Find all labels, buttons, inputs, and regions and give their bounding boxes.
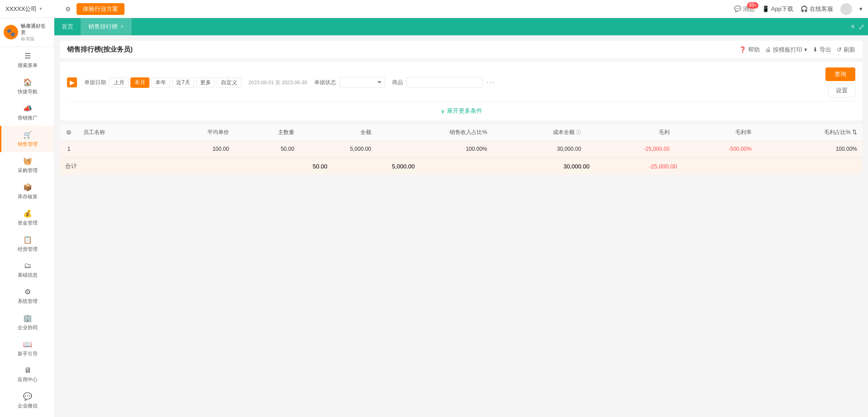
date-label: 单据日期 xyxy=(84,79,106,86)
sidebar-item-quick-nav[interactable]: 🏠 快捷导航 xyxy=(0,73,54,100)
date-current-month-button[interactable]: 本月 xyxy=(130,77,149,88)
sidebar-item-app-center[interactable]: 🖥 应用中心 xyxy=(0,362,54,388)
date-custom-button[interactable]: 自定义 xyxy=(217,77,241,88)
footer-cells: 50.00 5,000.00 30,000.00 -25,000.00 xyxy=(92,163,857,170)
company-selector[interactable]: XXXXX公司 ▾ xyxy=(5,5,60,13)
sidebar-item-member[interactable]: 🏅 畅会员 xyxy=(0,414,54,417)
help-icon: ❓ xyxy=(739,46,746,53)
sidebar-item-wechat[interactable]: 💬 企业微信 xyxy=(0,388,54,414)
wechat-icon: 💬 xyxy=(23,392,32,401)
goods-more-button[interactable]: ··· xyxy=(486,78,495,86)
message-button[interactable]: 💬 消息 99+ xyxy=(734,5,755,13)
chevron-down-icon: ∨ xyxy=(441,108,445,115)
td-gross-rate: -500.00% xyxy=(675,141,757,157)
footer-spacer xyxy=(92,163,169,170)
sidebar-item-label: 基础信息 xyxy=(18,272,38,278)
th-qty: 主数量 xyxy=(235,124,300,141)
tab-home-label: 首页 xyxy=(62,23,73,31)
expand-more-row: ∨ 展开更多条件 xyxy=(67,101,855,115)
print-icon: 🖨 xyxy=(765,46,771,53)
goods-label: 商品 xyxy=(392,79,403,86)
sidebar-item-label: 新手引导 xyxy=(18,350,38,357)
settings-button[interactable]: 设置 xyxy=(828,84,855,97)
date-current-year-button[interactable]: 本年 xyxy=(151,77,170,88)
page-actions: ❓ 帮助 🖨 按模板打印 ▾ ⬇ 导出 ↺ 刷新 xyxy=(739,46,855,54)
td-gross: -25,000.00 xyxy=(586,141,675,157)
footer-amount: 5,000.00 xyxy=(333,163,420,170)
goods-filter: 商品 ··· xyxy=(392,77,495,88)
data-table: ⚙ 员工名称 平均单价 主数量 全额 销售收入占比% 成本全额 ⓘ 毛利 毛利率 xyxy=(60,124,863,157)
date-filter: 单据日期 上月 本月 本年 近7天 更多 自定义 xyxy=(84,77,241,88)
refresh-icon: ↺ xyxy=(837,46,842,53)
sidebar-item-label: 营销推广 xyxy=(18,115,38,121)
date-last7days-button[interactable]: 近7天 xyxy=(172,77,194,88)
top-bar: XXXXX公司 ▾ ⚙ 体验行业方案 💬 消息 99+ 📱 App下载 🎧 在线… xyxy=(0,0,868,18)
sidebar-item-search-order[interactable]: ☰ 搜索菜单 xyxy=(0,47,54,73)
footer-qty: 50.00 xyxy=(245,163,333,170)
tab-home[interactable]: 首页 xyxy=(54,18,81,35)
export-button[interactable]: ⬇ 导出 xyxy=(813,46,831,54)
avatar[interactable] xyxy=(840,3,852,15)
status-filter: 单据状态 xyxy=(314,77,385,88)
status-select[interactable] xyxy=(340,77,385,88)
message-icon: 💬 xyxy=(734,5,741,12)
online-service-button[interactable]: 🎧 在线客服 xyxy=(801,5,833,13)
sidebar-logo: 🐾 畅康通好生意 标准版 xyxy=(0,18,54,47)
date-prev-month-button[interactable]: 上月 xyxy=(110,77,129,88)
date-more-button[interactable]: 更多 xyxy=(196,77,215,88)
sidebar-item-sales[interactable]: 🛒 销售管理 xyxy=(0,126,54,152)
sidebar-item-purchase[interactable]: 🧺 采购管理 xyxy=(0,152,54,178)
cost-help-icon[interactable]: ⓘ xyxy=(576,129,581,135)
sidebar-item-inventory[interactable]: 📦 库存核算 xyxy=(0,178,54,205)
sidebar-item-label: 资金管理 xyxy=(18,220,38,226)
help-button[interactable]: ❓ 帮助 xyxy=(739,46,760,54)
th-amount: 全额 xyxy=(300,124,377,141)
sidebar-item-guide[interactable]: 📖 新手引导 xyxy=(0,336,54,362)
table-row: 1 100.00 50.00 5,000.00 100.00% 30,000.0… xyxy=(60,141,863,157)
tab-close-icon[interactable]: × xyxy=(120,24,124,30)
search-icon: ☰ xyxy=(24,52,31,60)
page-title: 销售排行榜(按业务员) xyxy=(67,45,133,54)
filter-row-1: ▶ 单据日期 上月 本月 本年 近7天 更多 自定义 xyxy=(67,67,855,97)
table-footer: 合计 50.00 5,000.00 30,000.00 -25,000.00 xyxy=(60,157,863,175)
guide-icon: 📖 xyxy=(23,340,32,349)
sidebar-item-operations[interactable]: 📋 经营管理 xyxy=(0,231,54,257)
operations-icon: 📋 xyxy=(23,235,32,244)
sidebar-item-basic[interactable]: 🗂 基础信息 xyxy=(0,257,54,283)
tab-maximize-icon[interactable]: ⤢ xyxy=(858,23,864,31)
table-body: 1 100.00 50.00 5,000.00 100.00% 30,000.0… xyxy=(60,141,863,157)
trial-button[interactable]: 体验行业方案 xyxy=(77,3,125,15)
sidebar-item-system[interactable]: ⚙ 系统管理 xyxy=(0,283,54,309)
sidebar-item-finance[interactable]: 💰 资金管理 xyxy=(0,205,54,231)
top-right-actions: 💬 消息 99+ 📱 App下载 🎧 在线客服 ▾ xyxy=(734,3,863,15)
sidebar-item-marketing[interactable]: 📣 营销推广 xyxy=(0,100,54,126)
sidebar-item-enterprise[interactable]: 🏢 企业协同 xyxy=(0,309,54,336)
td-gross-pct: 100.00% xyxy=(757,141,863,157)
footer-gross: -25,000.00 xyxy=(595,163,682,170)
chevron-down-icon: ▾ xyxy=(39,6,42,12)
goods-input[interactable] xyxy=(407,77,483,88)
refresh-button[interactable]: ↺ 刷新 xyxy=(837,46,855,54)
tab-close-all-icon[interactable]: × xyxy=(851,23,855,31)
chevron-down-icon: ▾ xyxy=(804,46,807,53)
tab-ranking[interactable]: 销售排行榜 × xyxy=(81,18,131,35)
user-name[interactable]: ▾ xyxy=(859,5,863,12)
expand-more-button[interactable]: ∨ 展开更多条件 xyxy=(441,107,482,115)
app-download-button[interactable]: 📱 App下载 xyxy=(762,5,793,13)
th-gross-pct[interactable]: 毛利占比% ⇅ xyxy=(757,124,863,141)
th-gross-rate[interactable]: 毛利率 xyxy=(675,124,757,141)
td-name xyxy=(78,141,156,157)
gear-icon[interactable]: ⚙ xyxy=(65,5,71,13)
footer-label: 合计 xyxy=(65,162,92,170)
date-filter-buttons: 上月 本月 本年 近7天 更多 自定义 xyxy=(110,77,241,88)
logo-icon: 🐾 xyxy=(4,25,18,39)
inventory-icon: 📦 xyxy=(23,183,32,192)
search-button[interactable]: 查询 xyxy=(825,67,855,81)
table-header-row: ⚙ 员工名称 平均单价 主数量 全额 销售收入占比% 成本全额 ⓘ 毛利 毛利率 xyxy=(60,124,863,141)
th-settings[interactable]: ⚙ xyxy=(60,124,78,141)
print-button[interactable]: 🖨 按模板打印 ▾ xyxy=(765,46,807,54)
filter-toggle-button[interactable]: ▶ xyxy=(67,77,77,87)
basic-icon: 🗂 xyxy=(24,262,31,270)
sidebar-item-label: 企业协同 xyxy=(18,324,38,331)
filter-actions: 查询 设置 xyxy=(825,67,855,97)
